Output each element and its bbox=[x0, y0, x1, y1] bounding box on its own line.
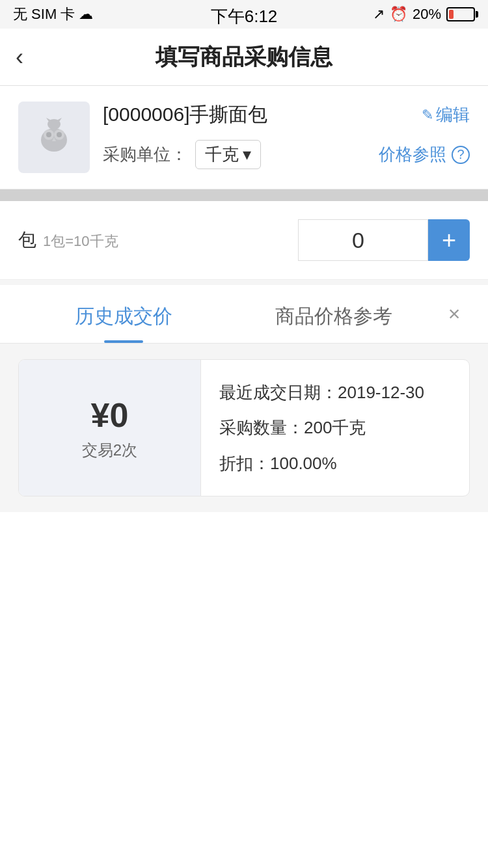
discount-label: 折扣： bbox=[219, 454, 270, 473]
page-title: 填写商品采购信息 bbox=[156, 42, 332, 72]
battery-fill bbox=[449, 10, 454, 19]
back-button[interactable]: ‹ bbox=[16, 44, 23, 71]
purchase-unit-row: 采购单位： 千克 ▾ 价格参照 ? bbox=[103, 140, 470, 169]
history-price: ¥0 bbox=[91, 396, 129, 435]
product-card: [0000006]手撕面包 ✎ 编辑 采购单位： 千克 ▾ 价格参照 ? bbox=[0, 86, 488, 189]
product-name: [0000006]手撕面包 bbox=[103, 102, 267, 128]
unit-value: 千克 bbox=[205, 143, 239, 166]
discount-value: 100.00% bbox=[270, 454, 337, 473]
status-left: 无 SIM 卡 ☁ bbox=[13, 5, 93, 24]
nav-bar: ‹ 填写商品采购信息 bbox=[0, 29, 488, 86]
battery-icon bbox=[446, 7, 475, 21]
svg-point-4 bbox=[57, 132, 62, 137]
dropdown-icon: ▾ bbox=[243, 144, 251, 165]
quantity-controls: + bbox=[298, 219, 470, 261]
edit-icon: ✎ bbox=[422, 107, 433, 124]
quantity-label-group: 包 1包=10千克 bbox=[18, 228, 118, 252]
quantity-input[interactable] bbox=[298, 219, 428, 261]
status-bar: 无 SIM 卡 ☁ 下午6:12 ↗ ⏰ 20% bbox=[0, 0, 488, 29]
purchase-qty-label: 采购数量： bbox=[219, 418, 304, 437]
unit-select[interactable]: 千克 ▾ bbox=[195, 140, 261, 169]
page-content-rest bbox=[0, 512, 488, 868]
help-icon: ? bbox=[452, 146, 470, 164]
history-card: ¥0 交易2次 最近成交日期：2019-12-30 采购数量：200千克 折扣：… bbox=[18, 359, 470, 496]
recent-date-row: 最近成交日期：2019-12-30 bbox=[219, 381, 451, 404]
recent-date-label: 最近成交日期： bbox=[219, 383, 338, 402]
purchase-unit-left: 采购单位： 千克 ▾ bbox=[103, 140, 261, 169]
separator-bar bbox=[0, 189, 488, 201]
tabs-close-button[interactable]: × bbox=[439, 299, 470, 330]
product-info: [0000006]手撕面包 ✎ 编辑 采购单位： 千克 ▾ 价格参照 ? bbox=[103, 102, 470, 169]
purchase-qty-value: 200千克 bbox=[304, 418, 366, 437]
status-time: 下午6:12 bbox=[211, 5, 278, 28]
edit-button[interactable]: ✎ 编辑 bbox=[422, 103, 470, 126]
product-name-row: [0000006]手撕面包 ✎ 编辑 bbox=[103, 102, 470, 128]
alarm-icon: ⏰ bbox=[390, 6, 407, 23]
tab-history-price[interactable]: 历史成交价 bbox=[18, 285, 228, 343]
quantity-plus-button[interactable]: + bbox=[428, 219, 470, 261]
purchase-unit-label: 采购单位： bbox=[103, 143, 187, 166]
quantity-row: 包 1包=10千克 + bbox=[0, 201, 488, 280]
quantity-sub-label: 1包=10千克 bbox=[43, 232, 118, 251]
sim-status: 无 SIM 卡 ☁ bbox=[13, 5, 93, 24]
tabs-bar: 历史成交价 商品价格参考 × bbox=[0, 285, 488, 344]
tab-product-price-ref[interactable]: 商品价格参考 bbox=[228, 285, 439, 343]
discount-row: 折扣：100.00% bbox=[219, 452, 451, 475]
price-ref-label: 价格参照 bbox=[379, 143, 446, 166]
history-section: ¥0 交易2次 最近成交日期：2019-12-30 采购数量：200千克 折扣：… bbox=[0, 344, 488, 512]
location-icon: ↗ bbox=[373, 6, 385, 23]
product-image bbox=[18, 102, 90, 173]
quantity-unit: 包 bbox=[18, 228, 36, 252]
history-trades: 交易2次 bbox=[82, 440, 137, 461]
purchase-qty-row: 采购数量：200千克 bbox=[219, 416, 451, 439]
battery-percent: 20% bbox=[413, 6, 441, 23]
recent-date-value: 2019-12-30 bbox=[338, 383, 424, 402]
svg-point-3 bbox=[46, 132, 51, 137]
history-right-panel: 最近成交日期：2019-12-30 采购数量：200千克 折扣：100.00% bbox=[201, 360, 469, 496]
status-right: ↗ ⏰ 20% bbox=[373, 6, 475, 23]
history-left-panel: ¥0 交易2次 bbox=[19, 360, 201, 496]
price-reference-button[interactable]: 价格参照 ? bbox=[379, 143, 470, 166]
